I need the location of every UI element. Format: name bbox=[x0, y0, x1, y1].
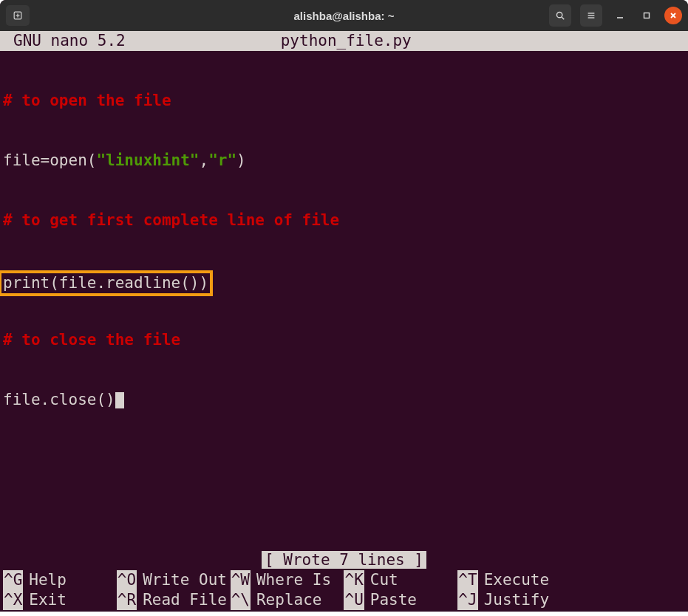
shortcut-bar: ^GHelp ^OWrite Out ^WWhere Is ^KCut ^TEx… bbox=[0, 570, 688, 612]
terminal-body[interactable]: GNU nano 5.2 python_file.py # to open th… bbox=[0, 31, 688, 612]
hamburger-icon bbox=[586, 10, 596, 21]
svg-point-3 bbox=[556, 12, 562, 17]
status-message: [ Wrote 7 lines ] bbox=[0, 550, 688, 570]
shortcut-help[interactable]: ^GHelp bbox=[3, 570, 117, 590]
annotation-highlight: print(file.readline()) bbox=[0, 270, 213, 296]
shortcut-cut[interactable]: ^KCut bbox=[344, 570, 457, 590]
search-icon bbox=[555, 10, 565, 21]
text-cursor bbox=[115, 392, 124, 408]
titlebar: alishba@alishba: ~ bbox=[0, 0, 688, 31]
new-tab-icon bbox=[13, 10, 23, 21]
nano-footer: [ Wrote 7 lines ] ^GHelp ^OWrite Out ^WW… bbox=[0, 550, 688, 612]
maximize-icon bbox=[642, 11, 651, 20]
minimize-button[interactable] bbox=[611, 7, 629, 24]
shortcut-whereis[interactable]: ^WWhere Is bbox=[231, 570, 344, 590]
shortcut-justify[interactable]: ^JJustify bbox=[457, 590, 571, 610]
terminal-window: alishba@alishba: ~ bbox=[0, 0, 688, 612]
close-icon bbox=[669, 11, 678, 20]
code-comment: # to close the file bbox=[3, 331, 180, 349]
code-text: , bbox=[200, 151, 209, 169]
code-text: ) bbox=[236, 151, 246, 169]
code-comment: # to open the file bbox=[3, 92, 171, 109]
close-button[interactable] bbox=[664, 7, 682, 24]
shortcut-exit[interactable]: ^XExit bbox=[3, 590, 117, 610]
svg-rect-9 bbox=[644, 13, 650, 18]
shortcut-replace[interactable]: ^\Replace bbox=[231, 590, 344, 610]
nano-filename: python_file.py bbox=[126, 31, 682, 51]
nano-app-name: GNU nano 5.2 bbox=[6, 31, 126, 51]
minimize-icon bbox=[616, 11, 624, 20]
nano-title-bar: GNU nano 5.2 python_file.py bbox=[0, 31, 688, 51]
svg-line-4 bbox=[562, 17, 564, 19]
code-string: "linuxhint" bbox=[96, 151, 199, 169]
code-comment: # to get first complete line of file bbox=[3, 211, 339, 229]
shortcut-execute[interactable]: ^TExecute bbox=[457, 570, 571, 590]
code-string: "r" bbox=[208, 151, 236, 169]
shortcut-paste[interactable]: ^UPaste bbox=[344, 590, 457, 610]
menu-button[interactable] bbox=[580, 4, 602, 27]
shortcut-writeout[interactable]: ^OWrite Out bbox=[117, 570, 231, 590]
code-text: file=open( bbox=[3, 151, 96, 169]
code-text: print(file.readline()) bbox=[3, 274, 208, 292]
shortcut-readfile[interactable]: ^RRead File bbox=[117, 590, 231, 610]
code-text: file.close() bbox=[3, 391, 115, 408]
editor-area[interactable]: # to open the file file=open("linuxhint"… bbox=[0, 51, 688, 450]
maximize-button[interactable] bbox=[638, 7, 655, 24]
new-tab-button[interactable] bbox=[6, 5, 30, 26]
search-button[interactable] bbox=[549, 4, 571, 27]
